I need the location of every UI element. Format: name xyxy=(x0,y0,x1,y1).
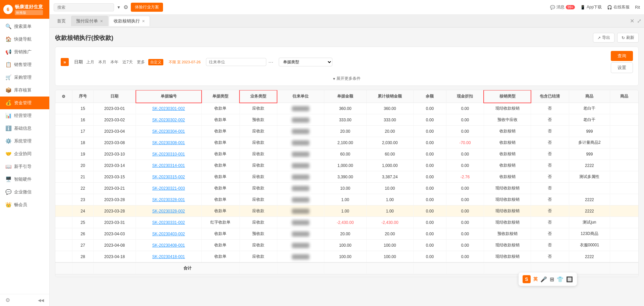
cell-voucher-no[interactable]: SK-20230321-003 xyxy=(136,183,202,194)
col-settings[interactable]: ⚙ xyxy=(55,90,72,103)
date-range-display: 不限 至 2023-07-26 xyxy=(169,60,201,65)
tab-collection[interactable]: 收款核销执行 ✕ xyxy=(109,16,150,26)
setting-button[interactable]: 设置 xyxy=(611,62,633,73)
app-title: 畅康道好生意 xyxy=(15,4,43,10)
cell-balance: 0.00 xyxy=(413,228,446,240)
sidebar-item-shortcuts[interactable]: 🏠 快捷导航 xyxy=(0,33,49,46)
col-no: 序号 xyxy=(72,90,93,103)
voucher-link[interactable]: SK-20230408-001 xyxy=(152,243,185,248)
date-btn-more[interactable]: 更多 xyxy=(136,59,146,66)
cell-product: 123D商品 xyxy=(569,228,610,240)
col-include-settled: 包含已结清 xyxy=(531,90,569,103)
date-btn-this-month[interactable]: 本月 xyxy=(97,59,108,66)
cell-product: 衣服00001 xyxy=(569,240,610,251)
filter-toggle[interactable]: » xyxy=(61,58,69,66)
member-icon: 👑 xyxy=(5,202,11,208)
sidebar-item-finance[interactable]: 💰 资金管理 xyxy=(0,97,49,109)
sidebar-item-enterprise[interactable]: 🤝 企业协同 xyxy=(0,147,49,160)
online-service-action[interactable]: 🎧 在线客服 xyxy=(607,4,630,10)
sidebar-item-system[interactable]: ⚙️ 系统管理 xyxy=(0,135,49,147)
cell-product2 xyxy=(610,148,638,160)
cell-voucher-no[interactable]: SK-20230301-002 xyxy=(136,103,202,114)
app-download-action[interactable]: 📱 App下载 xyxy=(580,4,602,10)
topbar-search-input[interactable] xyxy=(54,3,114,11)
date-btn-7days[interactable]: 近7天 xyxy=(121,59,134,66)
expand-more[interactable]: ▾ 展开更多条件 xyxy=(61,76,633,81)
voucher-link[interactable]: SK-20230328-002 xyxy=(152,209,185,213)
cell-voucher-no[interactable]: SK-20230310-001 xyxy=(136,148,202,160)
expand-tab-icon[interactable]: ⤢ xyxy=(637,18,641,24)
voucher-link[interactable]: SK-20230331-002 xyxy=(152,220,185,225)
settings-icon[interactable]: ⚙ xyxy=(5,297,10,303)
search-icon: 🔍 xyxy=(5,23,11,29)
collapse-icon[interactable]: ◀◀ xyxy=(38,298,44,303)
tab-payable-close[interactable]: ✕ xyxy=(100,19,103,23)
cell-voucher-no[interactable]: SK-20230308-001 xyxy=(136,137,202,148)
cell-voucher-no[interactable]: SK-20230418-001 xyxy=(136,251,202,263)
query-button[interactable]: 查询 xyxy=(611,51,633,61)
voucher-link[interactable]: SK-20230302-002 xyxy=(152,118,185,122)
tab-collection-close[interactable]: ✕ xyxy=(142,19,145,23)
sidebar-footer: ⚙ ◀◀ xyxy=(0,294,49,306)
messages-action[interactable]: 💬 消息 99+ xyxy=(550,4,575,10)
table-row: 28 2023-04-18 SK-20230418-001 收款单 应收款 ██… xyxy=(55,251,638,263)
sidebar-item-operations[interactable]: 📊 经营管理 xyxy=(0,109,49,122)
cell-voucher-no[interactable]: SK-20230302-002 xyxy=(136,114,202,126)
voucher-link[interactable]: SK-20230308-001 xyxy=(152,140,185,145)
voucher-link[interactable]: SK-20230403-002 xyxy=(152,232,185,236)
cell-voucher-no[interactable]: SK-20230314-001 xyxy=(136,160,202,171)
date-btn-this-year[interactable]: 本年 xyxy=(109,59,120,66)
refresh-button[interactable]: ↻ 刷新 xyxy=(617,33,639,43)
sidebar-item-wechat[interactable]: 💬 企业微信 xyxy=(0,186,49,198)
cell-include-settled: 否 xyxy=(531,240,569,251)
export-button[interactable]: ↗ 导出 xyxy=(593,33,614,43)
cell-voucher-no[interactable]: SK-20230328-002 xyxy=(136,205,202,217)
voucher-link[interactable]: SK-20230321-003 xyxy=(152,186,185,191)
tab-home[interactable]: 首页 xyxy=(52,16,70,26)
cell-voucher-no[interactable]: SK-20230331-002 xyxy=(136,217,202,228)
sidebar-item-hardware[interactable]: 🖥️ 智能硬件 xyxy=(0,173,49,186)
voucher-link[interactable]: SK-20230418-001 xyxy=(152,254,185,259)
cell-voucher-no[interactable]: SK-20230408-001 xyxy=(136,240,202,251)
partner-input[interactable] xyxy=(206,58,266,66)
tab-payable[interactable]: 预付应付单 ✕ xyxy=(71,16,108,26)
sidebar-item-guide[interactable]: 📖 新手引导 xyxy=(0,160,49,173)
voucher-link[interactable]: SK-20230328-001 xyxy=(152,197,185,202)
partner-more-icon[interactable]: ··· xyxy=(268,59,273,66)
cell-amount: 10.00 xyxy=(324,183,366,194)
sidebar-item-search[interactable]: 🔍 搜索菜单 xyxy=(0,20,49,33)
dropdown-arrow-icon[interactable]: ▼ xyxy=(117,5,121,10)
cell-product2 xyxy=(610,217,638,228)
sidebar-item-member[interactable]: 👑 畅会员 xyxy=(0,198,49,211)
table-scroll[interactable]: ⚙ 序号 日期 单据编号 单据类型 业务类型 往来单位 单据金额 累计核销金额 … xyxy=(55,90,638,274)
cell-voucher-no[interactable]: SK-20230328-001 xyxy=(136,194,202,205)
voucher-link[interactable]: SK-20230301-002 xyxy=(152,106,185,111)
voucher-link[interactable]: SK-20230315-002 xyxy=(152,175,185,179)
sidebar-item-marketing[interactable]: 📢 营销推广 xyxy=(0,46,49,58)
sidebar-item-basic[interactable]: ℹ️ 基础信息 xyxy=(0,122,49,135)
voucher-link[interactable]: SK-20230314-001 xyxy=(152,163,185,168)
user-name[interactable]: Rit xyxy=(635,5,640,10)
sidebar-item-label: 采购管理 xyxy=(14,74,32,80)
sidebar-item-purchase[interactable]: 🛒 采购管理 xyxy=(0,71,49,84)
sidebar-item-sales[interactable]: 📋 销售管理 xyxy=(0,58,49,71)
cell-include-settled: 否 xyxy=(531,148,569,160)
close-tab-icon[interactable]: ✕ xyxy=(630,18,634,24)
cell-partner: ██████ xyxy=(277,114,324,126)
custom-date-btn[interactable]: 自定义 xyxy=(148,59,163,65)
cell-amount: 1,000.00 xyxy=(324,160,366,171)
tab-payable-label: 预付应付单 xyxy=(76,18,98,24)
cell-partner: ██████ xyxy=(277,103,324,114)
cell-voucher-no[interactable]: SK-20230304-001 xyxy=(136,126,202,137)
voucher-link[interactable]: SK-20230310-001 xyxy=(152,152,185,157)
cell-voucher-no[interactable]: SK-20230315-002 xyxy=(136,171,202,183)
sidebar-item-inventory[interactable]: 📦 库存核算 xyxy=(0,84,49,97)
cell-voucher-no[interactable]: SK-20230403-002 xyxy=(136,228,202,240)
solution-button[interactable]: 体验行业方案 xyxy=(131,3,163,12)
cell-cash-discount: 0.00 xyxy=(446,114,484,126)
voucher-type-select[interactable]: 单据类型 xyxy=(279,58,332,66)
voucher-link[interactable]: SK-20230304-001 xyxy=(152,129,185,134)
filter-partner-group: ··· xyxy=(206,58,273,66)
date-btn-last-month[interactable]: 上月 xyxy=(85,59,96,66)
gear-icon[interactable]: ⚙ xyxy=(123,4,128,10)
